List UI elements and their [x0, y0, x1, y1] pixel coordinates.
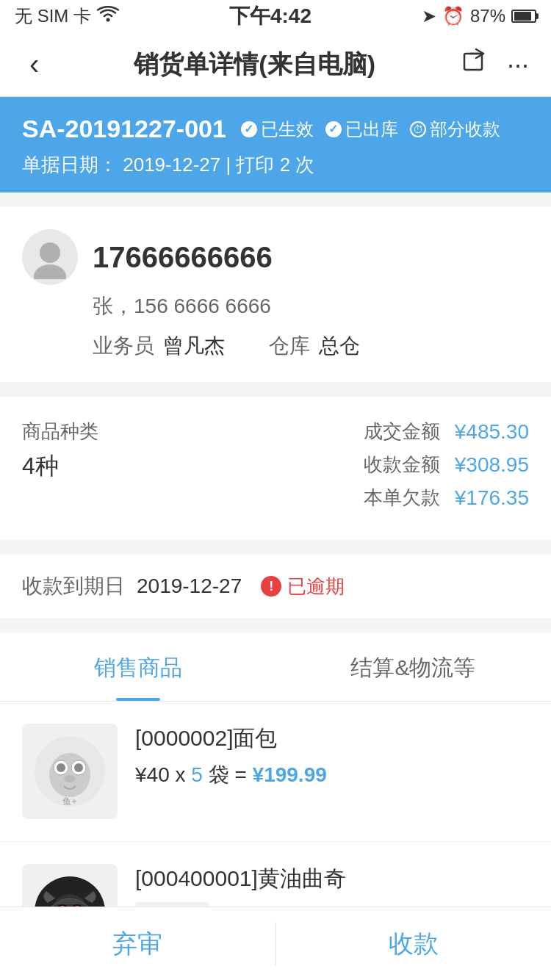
customer-id: 17666666666	[93, 241, 273, 274]
svg-point-10	[74, 763, 83, 772]
product-type-value: 4种	[22, 450, 98, 483]
product-info-1: [0000002]面包 ¥40 x 5 袋 = ¥199.99	[135, 724, 529, 789]
due-section: 收款到期日 2019-12-27 ! 已逾期	[0, 555, 551, 618]
bottom-bar: 弃审 收款	[0, 907, 551, 980]
amount-value: ¥485.30	[455, 420, 529, 444]
collection-value: ¥308.95	[455, 453, 529, 477]
svg-text:鱼+: 鱼+	[62, 796, 76, 807]
more-icon[interactable]: ···	[507, 49, 529, 80]
product-unit-1: 袋	[209, 763, 229, 786]
stats-right: 成交金额 ¥485.30 收款金额 ¥308.95 本单欠款 ¥176.35	[364, 419, 529, 518]
nav-actions: ···	[463, 48, 529, 81]
debt-label: 本单欠款	[364, 485, 440, 511]
overdue-text: 已逾期	[287, 574, 345, 599]
status-left: 无 SIM 卡	[15, 4, 119, 28]
order-date: 2019-12-27	[123, 154, 220, 176]
customer-section: 17666666666 张，156 6666 6666 业务员 曾凡杰 仓库 总…	[0, 207, 551, 382]
debt-value: ¥176.35	[455, 486, 529, 510]
product-name-1: [0000002]面包	[135, 724, 529, 754]
due-date: 2019-12-27	[137, 574, 242, 598]
warehouse-label: 仓库	[269, 332, 310, 360]
avatar	[22, 229, 78, 285]
status-badge-partial: ⏱ 部分收款	[410, 118, 500, 141]
location-icon: ➤	[422, 6, 436, 26]
print-info: | 打印 2 次	[226, 154, 314, 176]
amount-label: 成交金额	[364, 419, 440, 444]
share-icon[interactable]	[463, 48, 489, 81]
svg-point-4	[34, 264, 66, 279]
check-icon-shipped: ✓	[325, 121, 342, 137]
cancel-button[interactable]: 弃审	[0, 907, 276, 980]
product-type-label: 商品种类	[22, 419, 98, 444]
stat-debt: 本单欠款 ¥176.35	[364, 485, 529, 511]
status-badge-active: ✓ 已生效	[241, 118, 314, 141]
confirm-button[interactable]: 收款	[276, 907, 552, 980]
status-time: 下午4:42	[229, 2, 311, 30]
status-badges: ✓ 已生效 ✓ 已出库 ⏱ 部分收款	[241, 118, 500, 141]
customer-name: 张，156 6666 6666	[93, 292, 529, 320]
order-id: SA-20191227-001	[22, 115, 226, 143]
product-price-1: ¥40	[135, 763, 170, 786]
status-bar: 无 SIM 卡 下午4:42 ➤ ⏰ 87%	[0, 0, 551, 32]
banner-row1: SA-20191227-001 ✓ 已生效 ✓ 已出库 ⏱ 部分收款	[22, 115, 529, 143]
tab-sales-products[interactable]: 销售商品	[0, 633, 276, 701]
clock-icon: ⏱	[410, 121, 426, 137]
tab-settlement-logistics[interactable]: 结算&物流等	[276, 633, 551, 701]
product-name-2: [000400001]黄油曲奇	[135, 864, 529, 894]
meta-warehouse: 仓库 总仓	[269, 332, 360, 360]
table-row: 鱼+ [0000002]面包 ¥40 x 5 袋 = ¥199.99	[0, 702, 551, 842]
product-total-1: ¥199.99	[253, 763, 327, 786]
due-label: 收款到期日	[22, 572, 125, 600]
alarm-icon: ⏰	[442, 6, 464, 26]
banner-date-row: 单据日期： 2019-12-27 | 打印 2 次	[22, 152, 529, 178]
wifi-icon	[97, 6, 119, 26]
status-badge-shipped: ✓ 已出库	[325, 118, 398, 141]
header-banner: SA-20191227-001 ✓ 已生效 ✓ 已出库 ⏱ 部分收款 单据日期：…	[0, 97, 551, 192]
customer-meta: 业务员 曾凡杰 仓库 总仓	[93, 332, 529, 360]
warehouse-value: 总仓	[319, 332, 360, 360]
collection-label: 收款金额	[364, 452, 440, 478]
product-price-row-1: ¥40 x 5 袋 = ¥199.99	[135, 761, 529, 789]
status-right: ➤ ⏰ 87%	[422, 6, 536, 26]
sales-value: 曾凡杰	[163, 332, 225, 360]
back-button[interactable]: ‹	[22, 40, 46, 88]
stat-collection: 收款金额 ¥308.95	[364, 452, 529, 478]
nav-bar: ‹ 销货单详情(来自电脑) ···	[0, 32, 551, 97]
battery-text: 87%	[470, 6, 505, 26]
stats-section: 商品种类 4种 成交金额 ¥485.30 收款金额 ¥308.95 本单欠款 ¥…	[0, 397, 551, 540]
sales-label: 业务员	[93, 332, 154, 360]
product-qty-1: 5	[191, 763, 203, 786]
product-thumbnail-1: 鱼+	[22, 724, 118, 819]
customer-row1: 17666666666	[22, 229, 529, 285]
svg-point-3	[40, 242, 60, 263]
date-label: 单据日期：	[22, 154, 118, 176]
overdue-badge: ! 已逾期	[261, 574, 345, 599]
tabs-section: 销售商品 结算&物流等	[0, 633, 551, 702]
page-title: 销货单详情(来自电脑)	[134, 48, 375, 82]
battery-icon	[511, 10, 536, 23]
svg-point-0	[107, 18, 110, 22]
svg-point-11	[64, 775, 76, 782]
svg-point-9	[57, 763, 65, 772]
stats-left: 商品种类 4种	[22, 419, 98, 483]
meta-sales: 业务员 曾凡杰	[93, 332, 225, 360]
stat-amount: 成交金额 ¥485.30	[364, 419, 529, 444]
check-icon-active: ✓	[241, 121, 257, 137]
overdue-icon: !	[261, 576, 281, 597]
carrier-text: 无 SIM 卡	[15, 4, 91, 28]
